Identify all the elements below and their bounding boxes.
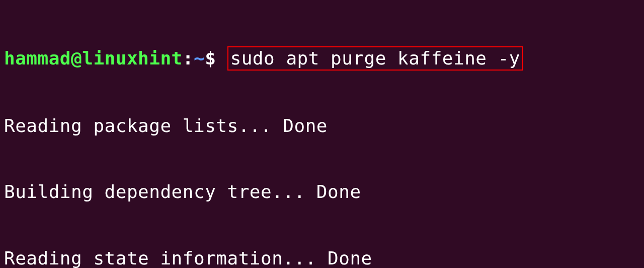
output-line: Building dependency tree... Done xyxy=(4,181,640,203)
command-highlighted: sudo apt purge kaffeine -y xyxy=(227,46,524,71)
terminal-window: hammad@linuxhint:~$ sudo apt purge kaffe… xyxy=(4,2,640,268)
prompt-symbol: $ xyxy=(205,48,227,69)
prompt-colon: : xyxy=(183,48,194,69)
output-line: Reading state information... Done xyxy=(4,247,640,268)
output-line: Reading package lists... Done xyxy=(4,115,640,137)
prompt-line[interactable]: hammad@linuxhint:~$ sudo apt purge kaffe… xyxy=(4,46,640,71)
prompt-user-host: hammad@linuxhint xyxy=(4,48,183,69)
prompt-path: ~ xyxy=(194,48,205,69)
